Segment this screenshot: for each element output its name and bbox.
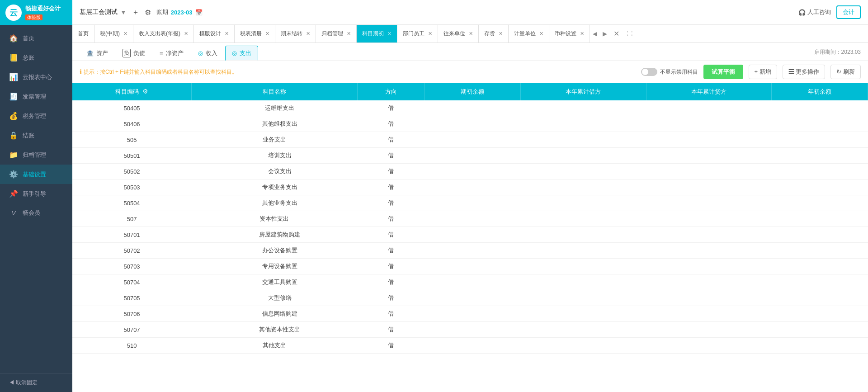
table-row[interactable]: 50703专用设备购置借 <box>72 259 868 274</box>
table-row[interactable]: 510其他支出借 <box>72 338 868 354</box>
tab-subject-init[interactable]: 科目期初 ✕ <box>357 25 397 43</box>
tab-inventory[interactable]: 存货 ✕ <box>479 25 509 43</box>
cell-year-opening <box>772 100 868 116</box>
subtab-label: 净资产 <box>166 49 184 57</box>
table-row[interactable]: 50706信息网络购建借 <box>72 306 868 322</box>
tax-icon: 💰 <box>9 112 18 120</box>
cell-year-opening <box>772 132 868 148</box>
tab-dept-staff[interactable]: 部门员工 ✕ <box>397 25 438 43</box>
table-row[interactable]: 50406其他维权支出借 <box>72 116 868 132</box>
cell-opening <box>425 211 521 227</box>
tab-unit[interactable]: 计量单位 ✕ <box>509 25 549 43</box>
sidebar-item-close[interactable]: 🔒 结账 <box>0 126 72 145</box>
tab-income-report[interactable]: 收入支出表(年报) ✕ <box>133 25 194 43</box>
cell-ytd-debit <box>520 306 646 322</box>
tab-label: 期末结转 <box>281 30 302 38</box>
tab-close-icon[interactable]: ✕ <box>387 31 392 37</box>
tab-close-icon[interactable]: ✕ <box>347 31 351 37</box>
sidebar-item-guide[interactable]: 📌 新手引导 <box>0 184 72 203</box>
sidebar-item-home[interactable]: 🏠 首页 <box>0 28 72 48</box>
tab-tax-table[interactable]: 税表清册 ✕ <box>235 25 275 43</box>
tab-template-design[interactable]: 模版设计 ✕ <box>194 25 235 43</box>
subtab-liabilities[interactable]: 负 负债 <box>116 46 152 61</box>
tab-archive[interactable]: 归档管理 ✕ <box>316 25 357 43</box>
table-row[interactable]: 507资本性支出借 <box>72 211 868 227</box>
table-row[interactable]: 50704交通工具购置借 <box>72 274 868 290</box>
tab-nav-next[interactable]: ▶ <box>600 30 610 37</box>
company-settings-btn[interactable]: ⚙ <box>145 8 151 17</box>
table-row[interactable]: 50504其他业务支出借 <box>72 195 868 211</box>
table-row[interactable]: 50501培训支出借 <box>72 148 868 164</box>
headset-icon: 🎧 <box>798 9 806 16</box>
tab-close-icon[interactable]: ✕ <box>469 31 473 37</box>
tab-nav-prev[interactable]: ◀ <box>590 30 600 37</box>
table-row[interactable]: 50702办公设备购置借 <box>72 243 868 259</box>
add-btn[interactable]: + 新增 <box>749 65 777 79</box>
subtab-expense[interactable]: ◎ 支出 <box>225 46 258 61</box>
cell-name: 房屋建筑物购建 <box>191 227 358 243</box>
tab-close-icon[interactable]: ✕ <box>225 31 229 37</box>
table-row[interactable]: 50705大型修缮借 <box>72 290 868 306</box>
tab-close-all-btn[interactable]: ✕ <box>610 29 623 38</box>
tab-tax-mid[interactable]: 税(中期) ✕ <box>94 25 133 43</box>
app-logo: 云 畅捷通好会计 体验版 <box>0 0 72 25</box>
tab-close-icon[interactable]: ✕ <box>499 31 503 37</box>
cell-name: 其他资本性支出 <box>191 322 358 338</box>
subtab-net-assets[interactable]: ≡ 净资产 <box>153 46 190 61</box>
cell-year-opening <box>772 259 868 274</box>
cell-code: 510 <box>72 338 191 354</box>
liabilities-icon: 负 <box>123 49 131 57</box>
subtab-assets[interactable]: 🏦 资产 <box>80 46 115 61</box>
subtab-bar: 🏦 资产 负 负债 ≡ 净资产 ◎ 收入 ◎ 支出 <box>72 43 868 61</box>
tab-period-end[interactable]: 期末结转 ✕ <box>275 25 316 43</box>
user-role-btn[interactable]: 会计 <box>836 5 861 19</box>
sidebar-item-ledger[interactable]: 📒 总账 <box>0 48 72 67</box>
sidebar-item-settings[interactable]: ⚙️ 基础设置 <box>0 165 72 184</box>
sidebar-item-label: 税务管理 <box>23 112 46 120</box>
subject-table: 科目编码 ⚙ 科目名称 方向 期初余额 本年累计借方 本年累计贷方 年初余额 5… <box>72 83 868 354</box>
sidebar-item-tax[interactable]: 💰 税务管理 <box>0 106 72 126</box>
cell-code: 50701 <box>72 227 191 243</box>
sidebar-collapse-btn[interactable]: ◀ 取消固定 <box>0 373 72 392</box>
tab-label: 模版设计 <box>199 30 221 38</box>
tab-home[interactable]: 首页 <box>72 25 94 43</box>
cell-opening <box>425 274 521 290</box>
tab-close-icon[interactable]: ✕ <box>428 31 432 37</box>
tab-currency[interactable]: 币种设置 ✕ <box>549 25 590 43</box>
subtab-income[interactable]: ◎ 收入 <box>191 46 224 61</box>
table-row[interactable]: 50503专项业务支出借 <box>72 179 868 195</box>
sidebar-item-label: 新手引导 <box>23 190 46 198</box>
table-row[interactable]: 50707其他资本性支出借 <box>72 322 868 338</box>
table-row[interactable]: 50502会议支出借 <box>72 164 868 179</box>
tab-counterparty[interactable]: 往来单位 ✕ <box>438 25 479 43</box>
cell-direction: 借 <box>358 274 425 290</box>
tab-close-icon[interactable]: ✕ <box>306 31 310 37</box>
cell-code: 505 <box>72 132 191 148</box>
toggle-switch[interactable] <box>641 68 657 76</box>
more-btn[interactable]: ☰ 更多操作 <box>783 65 826 79</box>
sidebar-item-reports[interactable]: 📊 云报表中心 <box>0 67 72 87</box>
sidebar-item-invoices[interactable]: 🧾 发票管理 <box>0 87 72 106</box>
company-selector[interactable]: 基层工会测试 ▼ <box>80 8 127 16</box>
tab-label: 税表清册 <box>240 30 262 38</box>
table-row[interactable]: 50405运维维支出借 <box>72 100 868 116</box>
balance-btn[interactable]: 试算平衡 <box>703 65 743 79</box>
calendar-icon[interactable]: 📅 <box>195 9 203 16</box>
tab-close-icon[interactable]: ✕ <box>580 31 584 37</box>
service-btn[interactable]: 🎧 人工咨询 <box>798 8 831 16</box>
gear-icon[interactable]: ⚙ <box>142 88 148 95</box>
tab-label: 往来单位 <box>443 30 465 38</box>
tab-label: 存货 <box>484 30 495 38</box>
tab-close-icon[interactable]: ✕ <box>539 31 543 37</box>
add-company-btn[interactable]: ＋ <box>132 8 139 17</box>
sidebar-item-member[interactable]: V 畅会员 <box>0 203 72 222</box>
tab-fullscreen-btn[interactable]: ⛶ <box>623 30 636 37</box>
tab-close-icon[interactable]: ✕ <box>123 31 127 37</box>
tab-close-icon[interactable]: ✕ <box>184 31 188 37</box>
sidebar-item-archive[interactable]: 📁 归档管理 <box>0 145 72 165</box>
tab-close-icon[interactable]: ✕ <box>265 31 269 37</box>
refresh-btn[interactable]: ↻ 刷新 <box>830 65 861 79</box>
cell-year-opening <box>772 227 868 243</box>
table-row[interactable]: 505业务支出借 <box>72 132 868 148</box>
table-row[interactable]: 50701房屋建筑物购建借 <box>72 227 868 243</box>
